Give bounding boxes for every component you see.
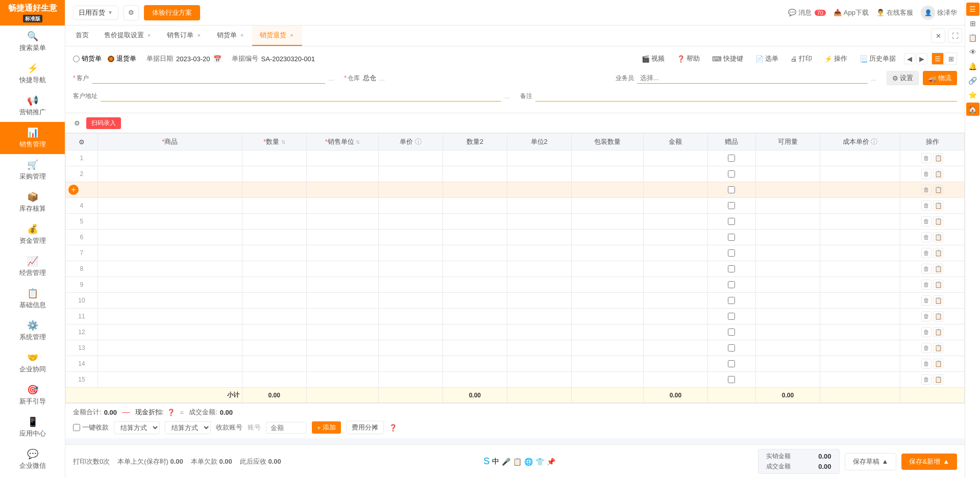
row-cost-cell[interactable] [820, 372, 900, 388]
gift-checkbox[interactable] [728, 186, 735, 193]
row-qty-cell[interactable] [242, 198, 306, 214]
row-available-cell[interactable] [756, 293, 820, 309]
row-gift-cell[interactable] [707, 340, 755, 356]
row-available-cell[interactable] [756, 230, 820, 245]
help-btn[interactable]: ❓ 帮助 [673, 53, 704, 65]
row-qty2-cell[interactable] [443, 324, 507, 340]
row-qty2-cell[interactable] [443, 261, 507, 277]
row-cost-cell[interactable] [820, 356, 900, 372]
customer-input[interactable] [92, 72, 326, 84]
copy-row-button[interactable]: 📋 [933, 374, 943, 385]
sidebar-item-base-info[interactable]: 📋 基础信息 [0, 283, 65, 315]
row-gift-cell[interactable] [707, 245, 755, 261]
gift-checkbox[interactable] [728, 234, 735, 241]
tab-sales-return[interactable]: 销货退货 × [252, 26, 302, 46]
delete-row-button[interactable]: 🗑 [921, 359, 932, 369]
row-unit-cell[interactable] [306, 150, 379, 166]
copy-row-button[interactable]: 📋 [933, 232, 943, 242]
row-product-cell[interactable] [97, 230, 242, 245]
gift-checkbox[interactable] [728, 329, 735, 336]
gift-checkbox[interactable] [728, 202, 735, 209]
row-qty-cell[interactable] [242, 230, 306, 245]
row-unit2-cell[interactable] [507, 277, 571, 293]
row-gift-cell[interactable] [707, 372, 755, 388]
gift-checkbox[interactable] [728, 313, 735, 320]
operations-btn[interactable]: ⚡ 操作 [820, 53, 851, 65]
row-available-cell[interactable] [756, 150, 820, 166]
row-product-cell[interactable] [97, 261, 242, 277]
row-unit2-cell[interactable] [507, 198, 571, 214]
video-btn[interactable]: 🎬 视频 [638, 53, 669, 65]
delete-row-button[interactable]: 🗑 [921, 280, 932, 290]
user-profile-button[interactable]: 👤 徐泽华 [921, 6, 957, 20]
gift-checkbox[interactable] [728, 297, 735, 304]
row-cost-cell[interactable] [820, 198, 900, 214]
row-price-cell[interactable] [379, 150, 443, 166]
row-amount-cell[interactable] [644, 198, 708, 214]
row-price-cell[interactable] [379, 182, 443, 198]
copy-row-button[interactable]: 📋 [933, 169, 943, 179]
row-pkg-cell[interactable] [571, 293, 644, 309]
row-price-cell[interactable] [379, 166, 443, 182]
right-sidebar-btn-3[interactable]: 🔔 [966, 60, 979, 73]
row-price-cell[interactable] [379, 261, 443, 277]
row-price-cell[interactable] [379, 324, 443, 340]
list-view-button[interactable]: ☰ [932, 53, 944, 65]
row-available-cell[interactable] [756, 340, 820, 356]
row-unit-cell[interactable] [306, 340, 379, 356]
right-sidebar-btn-6[interactable]: 🏠 [966, 103, 979, 116]
row-unit-cell[interactable] [306, 198, 379, 214]
copy-row-button[interactable]: 📋 [933, 185, 943, 195]
copy-row-button[interactable]: 📋 [933, 295, 943, 306]
question-icon[interactable]: ❓ [167, 409, 175, 416]
sidebar-item-corp[interactable]: 🤝 企业协同 [0, 347, 65, 379]
row-gift-cell[interactable] [707, 309, 755, 324]
row-amount-cell[interactable] [644, 245, 708, 261]
sidebar-item-wechat[interactable]: 💬 企业微信 [0, 443, 65, 475]
print-btn[interactable]: 🖨 打印 [787, 53, 816, 65]
row-unit2-cell[interactable] [507, 166, 571, 182]
customer-addr-input[interactable] [101, 90, 501, 102]
form-settings-button[interactable]: ⚙ 设置 [887, 71, 919, 85]
row-qty2-cell[interactable] [443, 356, 507, 372]
copy-row-button[interactable]: 📋 [933, 153, 943, 163]
table-settings-button[interactable]: ⚙ [70, 116, 84, 130]
row-cost-cell[interactable] [820, 245, 900, 261]
tab-sales-delivery-close[interactable]: × [239, 32, 244, 38]
tab-price-setup[interactable]: 售价提取设置 × [96, 26, 159, 46]
row-cost-cell[interactable] [820, 166, 900, 182]
row-pkg-cell[interactable] [571, 356, 644, 372]
row-qty-cell[interactable] [242, 324, 306, 340]
sidebar-item-system[interactable]: ⚙️ 系统管理 [0, 315, 65, 347]
row-available-cell[interactable] [756, 372, 820, 388]
row-cost-cell[interactable] [820, 261, 900, 277]
right-sidebar-list-view[interactable]: ☰ [966, 3, 979, 16]
copy-row-button[interactable]: 📋 [933, 248, 943, 258]
row-qty2-cell[interactable] [443, 293, 507, 309]
add-fee-button[interactable]: + 添加 [312, 421, 341, 434]
sidebar-item-search[interactable]: 🔍 搜索菜单 [0, 26, 65, 58]
row-unit-cell[interactable] [306, 324, 379, 340]
row-available-cell[interactable] [756, 277, 820, 293]
row-unit-cell[interactable] [306, 277, 379, 293]
row-available-cell[interactable] [756, 356, 820, 372]
right-sidebar-btn-1[interactable]: 📋 [966, 31, 979, 44]
delete-row-button[interactable]: 🗑 [921, 311, 932, 321]
row-pkg-cell[interactable] [571, 324, 644, 340]
row-qty2-cell[interactable] [443, 182, 507, 198]
calendar-icon[interactable]: 📅 [213, 55, 222, 63]
row-qty-cell[interactable] [242, 372, 306, 388]
row-available-cell[interactable] [756, 309, 820, 324]
copy-row-button[interactable]: 📋 [933, 216, 943, 227]
row-qty-cell[interactable] [242, 356, 306, 372]
row-qty2-cell[interactable] [443, 245, 507, 261]
salesman-input[interactable] [637, 72, 868, 84]
radio-return-order-input[interactable] [108, 56, 114, 62]
row-unit-cell[interactable] [306, 166, 379, 182]
row-unit2-cell[interactable] [507, 293, 571, 309]
row-unit2-cell[interactable] [507, 182, 571, 198]
row-product-cell[interactable] [97, 198, 242, 214]
row-qty2-cell[interactable] [443, 309, 507, 324]
one-click-collect-checkbox[interactable]: 一键收款 [73, 423, 109, 432]
row-available-cell[interactable] [756, 166, 820, 182]
